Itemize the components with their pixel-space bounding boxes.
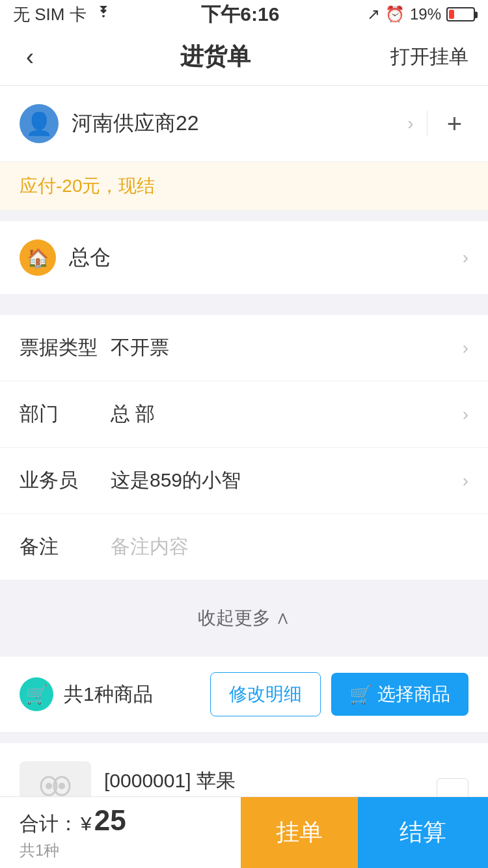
section-gap-2 (0, 305, 488, 315)
product-count-label: 共1种商品 (64, 681, 210, 708)
carrier-label: 无 SIM 卡 (13, 3, 87, 26)
supplier-card: 👤 河南供应商22 › + 应付-20元，现结 (0, 86, 488, 211)
select-product-label: 选择商品 (377, 682, 450, 707)
warehouse-icon: 🏠 (27, 247, 49, 269)
notice-text: 应付-20元，现结 (20, 176, 155, 196)
warehouse-icon-wrap: 🏠 (20, 239, 56, 276)
total-amount: 25 (94, 804, 126, 837)
notice-bar: 应付-20元，现结 (0, 162, 488, 211)
remark-input[interactable]: 备注内容 (111, 534, 468, 560)
settle-button[interactable]: 结算 (358, 797, 488, 869)
status-right: ↗ ⏰ 19% (367, 5, 475, 23)
footer-total: 合计： ¥ 25 共1种 (0, 804, 241, 861)
hang-button[interactable]: 挂单 (241, 797, 358, 869)
remark-row[interactable]: 备注 备注内容 (0, 514, 488, 580)
warehouse-card: 🏠 总仓 › (0, 221, 488, 294)
invoice-chevron: › (463, 338, 468, 359)
wifi-icon (93, 5, 114, 25)
svg-point-2 (46, 783, 52, 789)
total-symbol: ¥ (81, 813, 92, 835)
product-name: [0000001] 苹果 (104, 768, 424, 794)
sales-row[interactable]: 业务员 这是859的小智 › (0, 448, 488, 514)
invoice-label: 票据类型 (20, 334, 111, 361)
invoice-row[interactable]: 票据类型 不开票 › (0, 315, 488, 381)
location-icon: ↗ (367, 5, 380, 23)
section-gap (0, 211, 488, 221)
divider (427, 111, 427, 137)
cart-icon: 🛒 (25, 684, 48, 705)
remark-label: 备注 (20, 534, 111, 560)
section-gap-3 (0, 646, 488, 657)
form-card: 票据类型 不开票 › 部门 总 部 › 业务员 这是859的小智 › 备注 备注… (0, 315, 488, 580)
back-button[interactable]: ‹ (20, 37, 40, 77)
nav-bar: ‹ 进货单 打开挂单 (0, 29, 488, 86)
footer: 合计： ¥ 25 共1种 挂单 结算 (0, 796, 488, 868)
supplier-row[interactable]: 👤 河南供应商22 › + (0, 86, 488, 162)
content-area: 👤 河南供应商22 › + 应付-20元，现结 🏠 总仓 › 票据类型 不开票 … (0, 86, 488, 868)
status-time: 下午6:16 (201, 1, 279, 28)
warehouse-chevron: › (463, 247, 468, 268)
total-main: 合计： ¥ 25 (20, 804, 221, 837)
sales-value: 这是859的小智 (111, 467, 463, 494)
add-supplier-button[interactable]: + (441, 109, 468, 139)
status-bar: 无 SIM 卡 下午6:16 ↗ ⏰ 19% (0, 0, 488, 29)
battery-icon (446, 7, 475, 21)
total-sub: 共1种 (20, 840, 221, 861)
invoice-value: 不开票 (111, 334, 463, 361)
dept-label: 部门 (20, 401, 111, 427)
warehouse-name: 总仓 (69, 243, 463, 272)
avatar-icon: 👤 (25, 111, 53, 137)
sales-label: 业务员 (20, 467, 111, 494)
edit-detail-button[interactable]: 修改明细 (210, 672, 321, 716)
collapse-label: 收起更多 ∧ (198, 606, 291, 631)
product-header: 🛒 共1种商品 修改明细 🛒 选择商品 (0, 657, 488, 733)
dept-value: 总 部 (111, 401, 463, 427)
warehouse-row[interactable]: 🏠 总仓 › (0, 221, 488, 294)
battery-percent: 19% (410, 5, 441, 23)
collapse-bar[interactable]: 收起更多 ∧ (0, 590, 488, 646)
alarm-icon: ⏰ (385, 5, 405, 23)
svg-point-3 (59, 783, 65, 789)
select-product-icon: 🛒 (349, 684, 372, 705)
product-count-icon: 🛒 (20, 677, 53, 711)
open-hang-button[interactable]: 打开挂单 (390, 44, 468, 70)
dept-chevron: › (463, 404, 468, 425)
supplier-name: 河南供应商22 (72, 109, 407, 138)
supplier-chevron: › (407, 113, 413, 134)
select-product-button[interactable]: 🛒 选择商品 (331, 673, 468, 716)
supplier-avatar: 👤 (20, 104, 59, 143)
page-title: 进货单 (180, 41, 251, 73)
total-label: 合计： (20, 811, 78, 837)
dept-row[interactable]: 部门 总 部 › (0, 381, 488, 448)
status-left: 无 SIM 卡 (13, 3, 114, 26)
sales-chevron: › (463, 470, 468, 491)
